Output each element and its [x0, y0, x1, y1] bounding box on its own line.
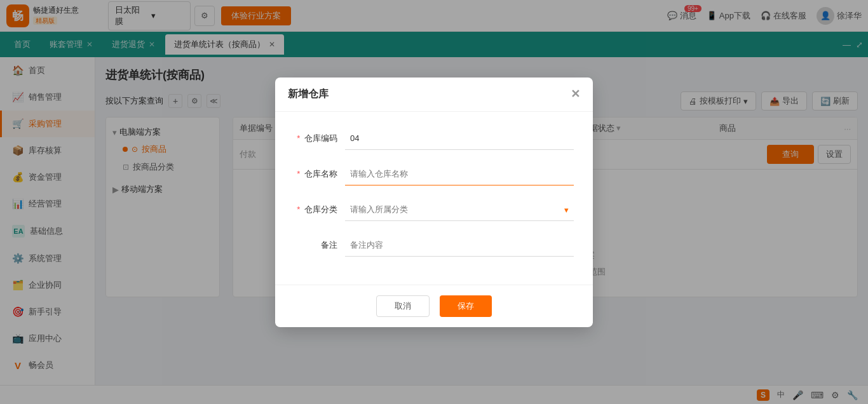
required-star-code: * — [297, 133, 300, 143]
warehouse-code-label: * 仓库编码 — [294, 133, 345, 144]
form-row-category: * 仓库分类 ▾ — [294, 198, 574, 221]
note-label: 备注 — [294, 239, 345, 251]
new-warehouse-modal: 新增仓库 ✕ * 仓库编码 * 仓库名称 — [275, 77, 593, 327]
required-star-name: * — [297, 169, 300, 178]
warehouse-code-label-text: 仓库编码 — [304, 133, 337, 143]
modal-overlay: 新增仓库 ✕ * 仓库编码 * 仓库名称 — [0, 0, 868, 404]
warehouse-name-input[interactable] — [345, 163, 574, 185]
warehouse-name-label: * 仓库名称 — [294, 168, 345, 180]
warehouse-category-select[interactable] — [345, 198, 574, 221]
warehouse-name-label-text: 仓库名称 — [304, 169, 337, 178]
form-row-code: * 仓库编码 — [294, 127, 574, 150]
form-row-name: * 仓库名称 — [294, 163, 574, 185]
note-input[interactable] — [345, 234, 574, 257]
modal-footer: 取消 保存 — [275, 285, 593, 327]
warehouse-code-input[interactable] — [345, 127, 574, 150]
modal-body: * 仓库编码 * 仓库名称 * 仓库分类 — [275, 112, 593, 285]
save-button[interactable]: 保存 — [440, 295, 492, 317]
modal-close-button[interactable]: ✕ — [571, 88, 580, 100]
modal-header: 新增仓库 ✕ — [275, 77, 593, 112]
warehouse-category-label: * 仓库分类 — [294, 204, 345, 215]
required-star-category: * — [297, 205, 300, 214]
modal-title: 新增仓库 — [288, 88, 329, 101]
note-label-text: 备注 — [321, 240, 337, 250]
form-row-note: 备注 — [294, 234, 574, 257]
warehouse-category-wrapper: ▾ — [345, 198, 574, 221]
warehouse-category-label-text: 仓库分类 — [304, 205, 337, 214]
cancel-button[interactable]: 取消 — [376, 295, 430, 317]
